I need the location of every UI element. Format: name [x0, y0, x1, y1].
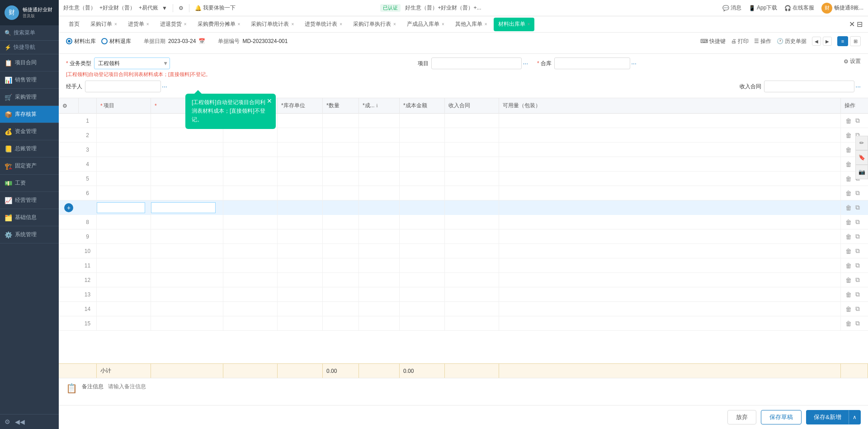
- row8-cost[interactable]: [359, 215, 400, 229]
- row6-qty[interactable]: [323, 186, 359, 200]
- tab-purchase-order[interactable]: 采购订单×: [86, 18, 122, 31]
- row1-qty[interactable]: [323, 114, 359, 128]
- row7-available[interactable]: [499, 200, 841, 215]
- row11-copy-icon[interactable]: ⧉: [855, 262, 860, 269]
- project-dots-icon[interactable]: ···: [523, 60, 528, 67]
- radio-material-return[interactable]: 材料退库: [101, 38, 131, 45]
- calendar-icon[interactable]: 📅: [198, 38, 205, 44]
- row8-delete-icon[interactable]: 🗑: [845, 219, 852, 226]
- online-service-button[interactable]: 🎧 在线客服: [784, 4, 814, 12]
- close-material-out[interactable]: ×: [528, 22, 530, 27]
- row6-material[interactable]: [151, 186, 223, 200]
- row4-delete-icon[interactable]: 🗑: [845, 161, 852, 168]
- close-purchase-exec[interactable]: ×: [393, 22, 396, 27]
- row2-available[interactable]: [499, 128, 841, 143]
- topbar-nav-more[interactable]: ▼: [162, 5, 167, 11]
- notes-input[interactable]: [108, 382, 861, 396]
- row3-material[interactable]: [151, 143, 223, 157]
- row8-available[interactable]: [499, 215, 841, 229]
- row2-project[interactable]: [97, 128, 151, 143]
- row6-cost[interactable]: [359, 186, 400, 200]
- row6-delete-icon[interactable]: 🗑: [845, 190, 852, 197]
- settings-button[interactable]: ⚙ 设置: [844, 57, 861, 65]
- row11-delete-icon[interactable]: 🗑: [845, 262, 852, 269]
- row2-contract[interactable]: [445, 128, 499, 143]
- warehouse-input[interactable]: [554, 57, 630, 69]
- row14-delete-icon[interactable]: 🗑: [845, 305, 852, 313]
- row3-contract[interactable]: [445, 143, 499, 157]
- row3-warehouse[interactable]: [278, 143, 323, 157]
- settings-bottom-icon[interactable]: ⚙: [5, 418, 10, 425]
- row8-spec[interactable]: [223, 215, 278, 229]
- row5-cost[interactable]: [359, 172, 400, 186]
- close-incoming-return[interactable]: ×: [184, 22, 187, 27]
- tab-purchase-exec[interactable]: 采购订单执行表×: [349, 18, 401, 31]
- row5-project[interactable]: [97, 172, 151, 186]
- row3-available[interactable]: [499, 143, 841, 157]
- row10-delete-icon[interactable]: 🗑: [845, 248, 852, 255]
- save-draft-button[interactable]: 保存草稿: [761, 410, 802, 424]
- app-download-button[interactable]: 📱 App下载: [749, 4, 777, 12]
- print-button[interactable]: 🖨 打印: [731, 38, 749, 45]
- sidebar-item-sys[interactable]: ⚙️ 系统管理: [0, 226, 59, 243]
- row1-delete-icon[interactable]: 🗑: [845, 117, 852, 124]
- row7-project-input-cell[interactable]: [97, 200, 151, 215]
- row4-cost-amt[interactable]: [400, 157, 445, 172]
- sidebar-search[interactable]: 🔍 搜索菜单: [0, 25, 59, 41]
- row1-project[interactable]: [97, 114, 151, 128]
- row8-contract[interactable]: [445, 215, 499, 229]
- row6-spec[interactable]: [223, 186, 278, 200]
- row2-qty[interactable]: [323, 128, 359, 143]
- row3-qty[interactable]: [323, 143, 359, 157]
- row14-copy-icon[interactable]: ⧉: [855, 305, 860, 313]
- row7-material-input-cell[interactable]: [151, 200, 223, 215]
- handler-dots-icon[interactable]: ···: [162, 83, 167, 90]
- row1-warehouse[interactable]: [278, 114, 323, 128]
- tab-product-in[interactable]: 产成品入库单×: [402, 18, 449, 31]
- add-row-button[interactable]: +: [64, 203, 73, 212]
- history-button[interactable]: 🕐 历史单据: [777, 38, 807, 45]
- row7-qty[interactable]: [323, 200, 359, 215]
- row4-qty[interactable]: [323, 157, 359, 172]
- row5-material[interactable]: [151, 172, 223, 186]
- right-icon-edit[interactable]: ✏: [855, 136, 868, 150]
- close-other-in[interactable]: ×: [485, 22, 487, 27]
- row7-warehouse[interactable]: [278, 200, 323, 215]
- tab-material-out[interactable]: 材料出库单 ×: [494, 18, 535, 31]
- row7-copy-icon[interactable]: ⧉: [855, 204, 860, 211]
- save-new-button[interactable]: 保存&新增: [806, 410, 849, 424]
- tab-incoming-return[interactable]: 进退货货×: [156, 18, 191, 31]
- row7-project-input[interactable]: [97, 202, 145, 213]
- sidebar-item-fixed-assets[interactable]: 🏗️ 固定资产: [0, 157, 59, 175]
- row8-warehouse[interactable]: [278, 215, 323, 229]
- right-icon-camera[interactable]: 📷: [855, 165, 868, 179]
- row1-contract[interactable]: [445, 114, 499, 128]
- row2-delete-icon[interactable]: 🗑: [845, 132, 852, 139]
- row9-delete-icon[interactable]: 🗑: [845, 233, 852, 240]
- close-incoming[interactable]: ×: [146, 22, 149, 27]
- row4-cost[interactable]: [359, 157, 400, 172]
- next-record-button[interactable]: ▶: [823, 37, 832, 46]
- row9-copy-icon[interactable]: ⧉: [855, 233, 860, 240]
- row7-delete-icon[interactable]: 🗑: [845, 204, 852, 211]
- row7-material-input[interactable]: [151, 202, 216, 213]
- list-view-button[interactable]: ≡: [837, 36, 848, 46]
- sidebar-item-purchase[interactable]: 🛒 采购管理: [0, 89, 59, 106]
- close-purchase-fee[interactable]: ×: [238, 22, 241, 27]
- message-button[interactable]: 💬 消息: [722, 4, 741, 12]
- warehouse-dots-icon[interactable]: ···: [631, 60, 637, 67]
- row2-warehouse[interactable]: [278, 128, 323, 143]
- close-purchase-order[interactable]: ×: [114, 22, 117, 27]
- sidebar-item-payroll[interactable]: 💵 工资: [0, 175, 59, 192]
- user-avatar[interactable]: 财 畅捷通8账...: [821, 3, 863, 14]
- tab-purchase-stats[interactable]: 采购订单统计表×: [246, 18, 298, 31]
- tab-other-in[interactable]: 其他入库单×: [451, 18, 492, 31]
- sidebar-nav-quicknav[interactable]: ⚡ 快捷导航: [0, 41, 59, 54]
- close-purchase-stats[interactable]: ×: [291, 22, 294, 27]
- row1-cost-amt[interactable]: [400, 114, 445, 128]
- tab-more-icon[interactable]: ⊟: [857, 20, 863, 29]
- row8-copy-icon[interactable]: ⧉: [855, 218, 860, 226]
- close-product-in[interactable]: ×: [442, 22, 444, 27]
- row3-delete-icon[interactable]: 🗑: [845, 146, 852, 153]
- topbar-experience[interactable]: 🔔 我要体验一下: [195, 4, 236, 12]
